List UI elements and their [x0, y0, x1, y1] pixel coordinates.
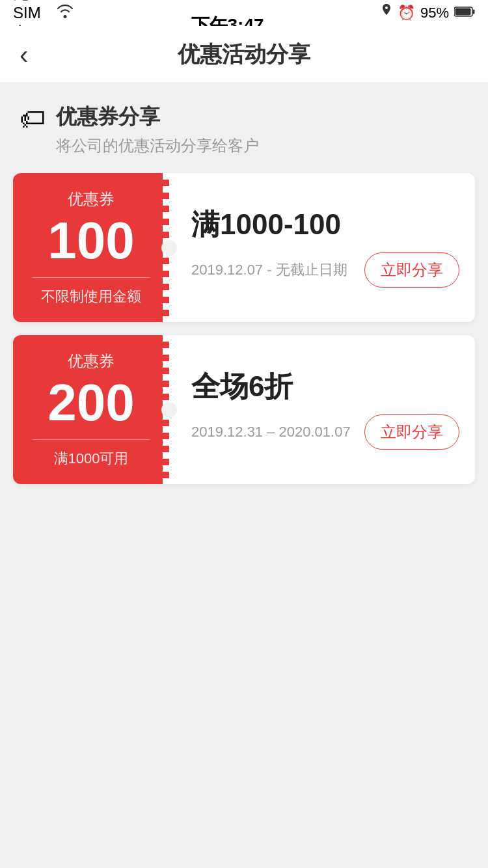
- coupon-left-1: 优惠券 100 不限制使用金额: [13, 173, 169, 322]
- background-filler: [0, 497, 488, 822]
- coupon-divider-1: [33, 277, 150, 278]
- coupon-label-1: 优惠券: [68, 189, 115, 210]
- coupon-right-2: 全场6折 2019.12.31 – 2020.01.07 立即分享: [169, 335, 475, 484]
- battery-icon: [454, 5, 475, 21]
- coupon-date-1: 2019.12.07 - 无截止日期: [191, 260, 358, 280]
- back-button[interactable]: ‹: [20, 42, 28, 68]
- coupon-card-2: 优惠券 200 满1000可用 全场6折 2019.12.31 – 2020.0…: [13, 335, 475, 484]
- status-bar: 无 SIM 卡 下午3:47 ⏰ 95%: [0, 0, 488, 26]
- coupon-amount-2: 200: [47, 377, 134, 429]
- coupon-name-2: 全场6折: [191, 370, 459, 404]
- coupon-divider-2: [33, 439, 150, 440]
- status-right: ⏰ 95%: [381, 4, 475, 22]
- coupon-card-1: 优惠券 100 不限制使用金额 满1000-100 2019.12.07 - 无…: [13, 173, 475, 322]
- coupon-left-2: 优惠券 200 满1000可用: [13, 335, 169, 484]
- svg-rect-2: [455, 8, 471, 16]
- share-button-1[interactable]: 立即分享: [364, 252, 459, 288]
- location-icon: [381, 4, 392, 22]
- coupon-amount-1: 100: [47, 215, 134, 267]
- nav-bar: ‹ 优惠活动分享: [0, 26, 488, 83]
- section-subtitle: 将公司的优惠活动分享给客户: [56, 135, 259, 156]
- section-icon: 🏷: [20, 104, 46, 133]
- section-title-wrap: 优惠券分享 将公司的优惠活动分享给客户: [56, 103, 259, 156]
- coupon-condition-2: 满1000可用: [54, 449, 129, 468]
- wifi-icon: [56, 4, 74, 22]
- svg-rect-1: [473, 10, 475, 14]
- alarm-icon: ⏰: [398, 5, 415, 21]
- coupon-list: 优惠券 100 不限制使用金额 满1000-100 2019.12.07 - 无…: [0, 167, 488, 497]
- coupon-name-1: 满1000-100: [191, 208, 459, 242]
- coupon-bottom-row-1: 2019.12.07 - 无截止日期 立即分享: [191, 252, 459, 288]
- section-title: 优惠券分享: [56, 103, 259, 131]
- coupon-label-2: 优惠券: [68, 351, 115, 372]
- page-title: 优惠活动分享: [178, 40, 310, 70]
- coupon-bottom-row-2: 2019.12.31 – 2020.01.07 立即分享: [191, 414, 459, 450]
- coupon-date-2: 2019.12.31 – 2020.01.07: [191, 424, 358, 441]
- coupon-right-1: 满1000-100 2019.12.07 - 无截止日期 立即分享: [169, 173, 475, 322]
- share-button-2[interactable]: 立即分享: [364, 414, 459, 450]
- coupon-condition-1: 不限制使用金额: [41, 287, 141, 306]
- section-header: 🏷 优惠券分享 将公司的优惠活动分享给客户: [0, 83, 488, 167]
- battery-percentage: 95%: [420, 5, 449, 21]
